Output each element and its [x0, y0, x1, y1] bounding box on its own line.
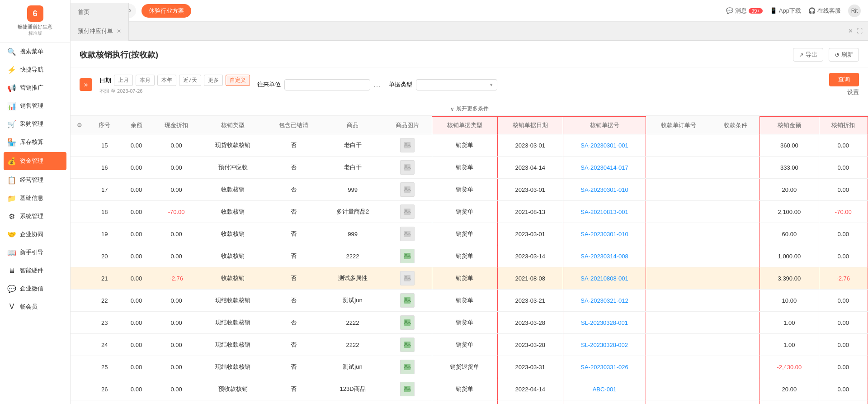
cell-product_img	[383, 356, 432, 378]
cell-cancel_bill_date: 2023-04-08	[497, 400, 563, 404]
sidebar-item-营销推广[interactable]: 📢营销推广	[0, 79, 70, 97]
cell-cancel_amount: 1.00	[760, 334, 819, 356]
bill-no-link[interactable]: SA-20230331-026	[580, 364, 628, 371]
date-btn-more[interactable]: 更多	[204, 75, 223, 86]
cell-product_img	[383, 179, 432, 201]
cell-cancel_bill_no[interactable]: SA-20230301-001	[563, 134, 646, 157]
date-btn-custom[interactable]: 自定义	[226, 75, 250, 86]
cell-cancel_bill_no[interactable]: SA-20230414-017	[563, 157, 646, 179]
bill-no-link[interactable]: ABC-001	[593, 386, 617, 393]
sidebar-label: 快捷导航	[20, 66, 43, 74]
col-header-product_img: 商品图片	[383, 116, 432, 134]
bill-no-link[interactable]: SA-20210813-001	[580, 209, 628, 215]
sidebar-item-企业微信[interactable]: 💬企业微信	[0, 280, 70, 298]
sidebar-item-库存核算[interactable]: 🏪库存核算	[0, 133, 70, 151]
cell-cancel_bill_no[interactable]: SA-20210813-001	[563, 201, 646, 223]
cell-cancel_type: 收款核销	[201, 267, 266, 290]
date-btn-7days[interactable]: 近7天	[179, 75, 201, 86]
bill-no-link[interactable]: SL-20230328-002	[581, 342, 628, 348]
product-image	[400, 293, 415, 308]
cell-cancel_amount: 1,000.00	[760, 245, 819, 267]
date-btn-this-year[interactable]: 本年	[157, 75, 176, 86]
table-header: ⚙序号余额现金折扣核销类型包含已结清商品商品图片核销单据类型核销单据日期核销单据…	[71, 116, 868, 134]
cell-cancel_bill_no[interactable]: SA-20210808-001	[563, 267, 646, 290]
user-avatar[interactable]: Rit	[848, 5, 861, 17]
cell-cancel_bill_no[interactable]: SA-20230301-010	[563, 179, 646, 201]
cell-product: 多计量商品2	[322, 201, 383, 223]
cell-cash_discount: 0.00	[152, 157, 201, 179]
sidebar-item-销售管理[interactable]: 📊销售管理	[0, 97, 70, 115]
sidebar-label: 企业微信	[20, 285, 43, 293]
sidebar-item-采购管理[interactable]: 🛒采购管理	[0, 115, 70, 133]
cell-receipt_condition	[711, 378, 760, 400]
refresh-btn[interactable]: ↺ 刷新	[829, 48, 859, 62]
tab-1[interactable]: 预付冲应付单✕	[71, 22, 129, 41]
online-service[interactable]: 🎧 在线客服	[808, 7, 841, 15]
cell-cancel_bill_type: 销货单	[432, 378, 497, 400]
bill-no-link[interactable]: SA-20230314-008	[580, 253, 628, 260]
row-settings	[71, 267, 89, 290]
message-label: 消息	[735, 7, 747, 15]
bill-no-link[interactable]: SA-20230301-001	[580, 142, 628, 149]
sidebar-item-系统管理[interactable]: ⚙系统管理	[0, 207, 70, 225]
cell-cancel_bill_no[interactable]: SA-20230321-012	[563, 290, 646, 312]
expand-more-bar[interactable]: ∨ 展开更多条件	[71, 102, 868, 116]
sidebar-item-畅会员[interactable]: V畅会员	[0, 298, 70, 316]
table-settings-icon[interactable]: ⚙	[77, 122, 82, 128]
cell-cancel_discount: 0.00	[819, 245, 868, 267]
bill-no-link[interactable]: SA-20230414-017	[580, 164, 628, 171]
sidebar-item-资金管理[interactable]: 💰资金管理	[4, 152, 66, 170]
filter-settings-link[interactable]: 设置	[847, 88, 859, 96]
type-select[interactable]	[416, 79, 497, 90]
partner-label: 往来单位	[257, 81, 281, 89]
col-header-cancel_bill_no: 核销单据号	[563, 116, 646, 134]
tab-close-btn[interactable]: ✕	[117, 28, 121, 34]
date-btn-this-month[interactable]: 本月	[136, 75, 155, 86]
cell-cash_discount: 0.00	[152, 290, 201, 312]
bill-no-link[interactable]: SA-20210808-001	[580, 275, 628, 282]
sidebar-item-企业协同[interactable]: 🤝企业协同	[0, 225, 70, 243]
product-image	[400, 160, 415, 175]
query-btn[interactable]: 查询	[829, 73, 859, 86]
sidebar-icon: 🤝	[7, 230, 16, 239]
fullscreen-icon[interactable]: ⛶	[857, 28, 863, 34]
bill-no-link[interactable]: SL-20230328-001	[581, 319, 628, 326]
sidebar-item-基础信息[interactable]: 📁基础信息	[0, 189, 70, 207]
date-buttons: 日期 上月 本月 本年 近7天 更多 自定义	[99, 75, 250, 86]
cell-cancel_bill_no[interactable]: SL-20230408-001	[563, 400, 646, 404]
cell-balance: 0.00	[120, 334, 152, 356]
bill-no-link[interactable]: SA-20230301-010	[580, 231, 628, 238]
cell-cancel_bill_no[interactable]: SA-20230331-026	[563, 356, 646, 378]
partner-input[interactable]	[284, 79, 370, 90]
date-btn-last-month[interactable]: 上月	[114, 75, 133, 86]
sidebar-label: 畅会员	[20, 303, 38, 311]
cell-cancel_bill_type: 销货单	[432, 201, 497, 223]
cell-cancel_bill_no[interactable]: ABC-001	[563, 378, 646, 400]
bill-no-link[interactable]: SA-20230321-012	[580, 297, 628, 304]
industry-btn[interactable]: 休验行业方案	[142, 4, 191, 18]
cell-cancel_bill_no[interactable]: SL-20230328-002	[563, 334, 646, 356]
cell-include_cleared: 否	[265, 312, 322, 334]
cell-cancel_discount: 0.00	[819, 157, 868, 179]
cell-cancel_bill_type: 销货退货单	[432, 356, 497, 378]
cell-cancel_bill_no[interactable]: SA-20230314-008	[563, 245, 646, 267]
sidebar-item-经营管理[interactable]: 📋经营管理	[0, 171, 70, 189]
sidebar-item-新手引导[interactable]: 📖新手引导	[0, 243, 70, 261]
close-tab-icon[interactable]: ✕	[848, 28, 853, 34]
cell-cancel_bill_no[interactable]: SL-20230328-001	[563, 312, 646, 334]
cell-cancel_bill_no[interactable]: SA-20230301-010	[563, 223, 646, 245]
bill-no-link[interactable]: SA-20230301-010	[580, 186, 628, 193]
export-btn[interactable]: ↗ 导出	[793, 48, 823, 62]
cell-cancel_discount: 0.00	[819, 356, 868, 378]
sidebar-item-快捷导航[interactable]: ⚡快捷导航	[0, 61, 70, 79]
filter-expand-btn[interactable]: »	[80, 78, 92, 91]
cell-product_img	[383, 378, 432, 400]
sidebar-item-智能硬件[interactable]: 🖥智能硬件	[0, 261, 70, 280]
cell-product_img	[383, 334, 432, 356]
app-download[interactable]: 📱 App下载	[770, 7, 801, 15]
table-container[interactable]: ⚙序号余额现金折扣核销类型包含已结清商品商品图片核销单据类型核销单据日期核销单据…	[71, 116, 868, 404]
cell-cash_discount: 0.00	[152, 134, 201, 157]
sidebar-item-搜索菜单[interactable]: 🔍搜索菜单	[0, 43, 70, 61]
message-badge[interactable]: 💬 消息 99+	[726, 7, 763, 15]
tab-0[interactable]: 首页	[71, 3, 129, 22]
